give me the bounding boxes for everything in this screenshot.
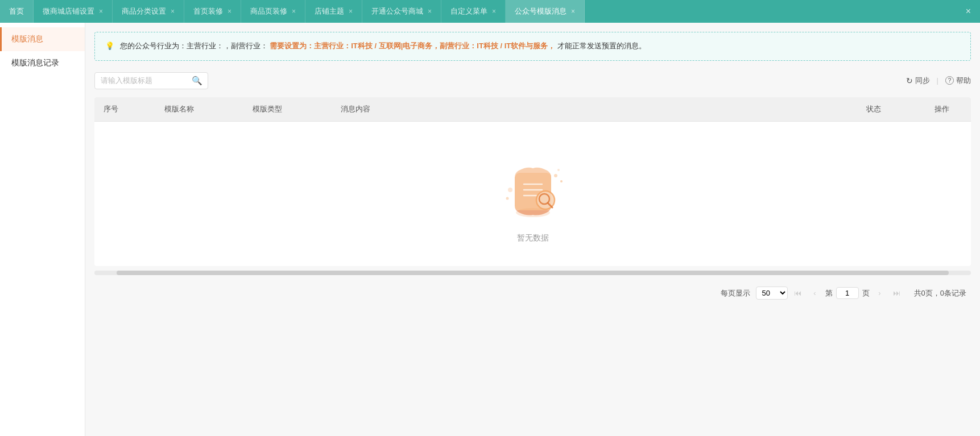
empty-state: 暂无数据 (94, 122, 971, 266)
tab-item-mall[interactable]: 开通公众号商城× (362, 0, 441, 23)
tab-close-theme[interactable]: × (349, 7, 353, 15)
table-header: 序号模版名称模版类型消息内容状态操作 (94, 97, 971, 122)
tab-item-menu[interactable]: 自定义菜单× (441, 0, 506, 23)
tab-close-product[interactable]: × (292, 7, 296, 15)
col-header-type: 模版类型 (243, 97, 332, 122)
main-layout: 模版消息模版消息记录 💡 您的公众号行业为：主营行业：，副营行业： 需要设置为：… (0, 23, 980, 436)
sync-button[interactable]: ↻ 同步 (906, 76, 930, 86)
notice-prefix: 您的公众号行业为：主营行业：，副营行业： (120, 41, 268, 50)
col-header-content: 消息内容 (332, 97, 857, 122)
col-header-name: 模版名称 (155, 97, 243, 122)
close-all-button[interactable]: × (957, 6, 980, 16)
notice-icon: 💡 (105, 41, 114, 50)
table-header-row: 序号模版名称模版类型消息内容状态操作 (94, 97, 971, 122)
pagination: 每页显示 50 20 100 ⏮ ‹ 第 页 › ⏭ 共0页，0条记录 (94, 280, 971, 302)
svg-point-11 (506, 197, 508, 200)
data-table: 序号模版名称模版类型消息内容状态操作 (94, 97, 971, 266)
svg-point-9 (557, 169, 560, 171)
table-body: 暂无数据 (94, 121, 971, 266)
page-input[interactable] (836, 287, 859, 299)
svg-point-7 (554, 174, 557, 177)
tab-item-home[interactable]: 首页 (0, 0, 34, 23)
search-left: 🔍 (94, 72, 208, 89)
search-right: ↻ 同步 | ? 帮助 (906, 76, 971, 86)
svg-point-10 (508, 188, 512, 192)
sidebar: 模版消息模版消息记录 (0, 23, 85, 436)
divider: | (937, 76, 938, 85)
col-header-action: 操作 (925, 97, 971, 122)
empty-row: 暂无数据 (94, 121, 971, 266)
notice-box: 💡 您的公众号行业为：主营行业：，副营行业： 需要设置为：主营行业：IT科技 /… (94, 32, 971, 61)
tab-item-theme[interactable]: 店铺主题× (305, 0, 362, 23)
empty-text: 暂无数据 (94, 233, 971, 243)
per-page-select[interactable]: 50 20 100 (756, 286, 788, 300)
total-label: 共0页，0条记录 (914, 288, 966, 298)
sidebar-item-template-log[interactable]: 模版消息记录 (0, 51, 85, 75)
page-label: 页 (862, 288, 870, 298)
content-area: 💡 您的公众号行业为：主营行业：，副营行业： 需要设置为：主营行业：IT科技 /… (85, 23, 980, 436)
scroll-area[interactable] (94, 271, 971, 275)
search-icon[interactable]: 🔍 (192, 76, 202, 86)
tab-item-product[interactable]: 商品页装修× (241, 0, 305, 23)
help-label: 帮助 (956, 76, 971, 86)
tab-close-homepage[interactable]: × (228, 7, 231, 15)
next-page-button[interactable]: › (873, 286, 887, 300)
tab-close-mall[interactable]: × (428, 7, 432, 15)
per-page-label: 每页显示 (721, 288, 750, 298)
notice-highlight: 需要设置为：主营行业：IT科技 / 互联网|电子商务，副营行业：IT科技 / I… (270, 41, 555, 50)
tab-item-homepage[interactable]: 首页装修× (184, 0, 241, 23)
tab-bar: 首页微商城店铺设置×商品分类设置×首页装修×商品页装修×店铺主题×开通公众号商城… (0, 0, 980, 23)
page-di-label: 第 (825, 288, 833, 298)
search-input[interactable] (101, 76, 192, 85)
col-header-index: 序号 (94, 97, 155, 122)
search-input-wrapper: 🔍 (94, 72, 208, 89)
tab-close-weshop[interactable]: × (99, 7, 103, 15)
last-page-button[interactable]: ⏭ (890, 286, 904, 300)
sync-label: 同步 (915, 76, 930, 86)
sync-icon: ↻ (906, 76, 913, 85)
tab-close-template[interactable]: × (571, 7, 575, 15)
search-bar: 🔍 ↻ 同步 | ? 帮助 (94, 72, 971, 89)
notice-suffix: 才能正常发送预置的消息。 (557, 41, 646, 50)
tab-item-template[interactable]: 公众号模版消息× (506, 0, 585, 23)
col-header-status: 状态 (857, 97, 925, 122)
sidebar-item-template-msg[interactable]: 模版消息 (0, 27, 85, 51)
first-page-button[interactable]: ⏮ (791, 286, 805, 300)
help-icon: ? (945, 76, 954, 85)
tab-item-category[interactable]: 商品分类设置× (113, 0, 184, 23)
tab-close-menu[interactable]: × (492, 7, 496, 15)
tab-item-weshop[interactable]: 微商城店铺设置× (34, 0, 113, 23)
svg-point-8 (560, 180, 563, 182)
prev-page-button[interactable]: ‹ (808, 286, 822, 300)
empty-illustration (499, 156, 567, 224)
help-button[interactable]: ? 帮助 (945, 76, 971, 86)
tab-close-category[interactable]: × (171, 7, 175, 15)
scrollbar-thumb[interactable] (117, 271, 949, 275)
